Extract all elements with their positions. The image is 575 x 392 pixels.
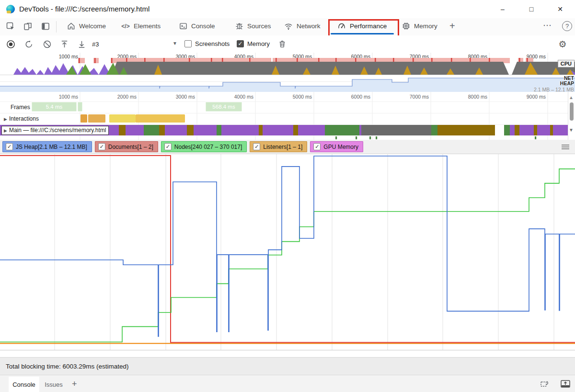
- checkbox-checked-icon[interactable]: ✓: [164, 143, 172, 150]
- trash-icon[interactable]: [276, 38, 288, 50]
- svg-text:5000 ms: 5000 ms: [293, 94, 312, 100]
- tab-elements[interactable]: </> Elements: [121, 18, 161, 34]
- save-profile-icon[interactable]: [58, 38, 70, 50]
- main-track-label[interactable]: ▶Main — file:///C:/screens/memory.html: [1, 126, 109, 135]
- checkbox-checked-icon[interactable]: ✓: [98, 143, 105, 150]
- drawer-tab-console[interactable]: Console: [9, 377, 39, 392]
- disclosure-triangle-icon: ▶: [4, 117, 7, 122]
- disclosure-triangle-icon: ▶: [4, 128, 7, 133]
- bottom-drawer: Console Issues +: [0, 375, 575, 392]
- checkbox-checked-icon[interactable]: ✓: [313, 143, 321, 150]
- overview-canvas: 1000 ms2000 ms3000 ms4000 ms5000 ms6000 …: [0, 53, 575, 92]
- tab-network[interactable]: Network: [284, 18, 321, 34]
- history-dropdown-arrow[interactable]: ▼: [172, 41, 177, 46]
- bug-icon: [234, 22, 244, 31]
- svg-text:5.4 ms: 5.4 ms: [46, 104, 63, 110]
- clear-icon[interactable]: [41, 38, 53, 50]
- counter-chip-js-heap[interactable]: ✓JS Heap[2.1 MB – 12.1 MB]: [2, 141, 92, 152]
- counter-chip-nodes[interactable]: ✓Nodes[240 027 – 370 017]: [161, 141, 247, 152]
- svg-text:568.4 ms: 568.4 ms: [212, 104, 235, 110]
- tab-memory[interactable]: Memory: [401, 18, 437, 34]
- tab-sources[interactable]: Sources: [234, 18, 271, 34]
- inspect-element-icon[interactable]: [6, 22, 15, 31]
- checkbox-checked-icon[interactable]: ✓: [6, 143, 13, 150]
- svg-text:6000 ms: 6000 ms: [351, 94, 370, 100]
- svg-text:4000 ms: 4000 ms: [234, 94, 253, 100]
- tab-welcome[interactable]: Welcome: [66, 18, 106, 34]
- dock-side-icon[interactable]: [41, 22, 50, 31]
- more-options-button[interactable]: ⋯: [543, 20, 552, 31]
- counter-chip-documents[interactable]: ✓Documents[1 – 2]: [95, 141, 158, 152]
- scroll-up-icon[interactable]: ▲: [569, 95, 574, 100]
- screenshots-checkbox[interactable]: [184, 40, 192, 47]
- counter-chip-gpu-memory[interactable]: ✓GPU Memory: [310, 141, 363, 152]
- cpu-overview-label: CPU: [558, 60, 575, 67]
- title-bar: DevTools - file:///C:/screens/memory.htm…: [0, 0, 575, 19]
- help-button[interactable]: ?: [562, 21, 572, 31]
- add-drawer-tab-button[interactable]: +: [72, 380, 77, 388]
- load-profile-icon[interactable]: [76, 38, 87, 50]
- device-emulation-icon[interactable]: [23, 22, 33, 31]
- screenshots-label: Screenshots: [195, 40, 230, 47]
- history-selector[interactable]: #3: [92, 41, 99, 48]
- chip-icon: [401, 22, 411, 31]
- memory-counter-legend: ✓JS Heap[2.1 MB – 12.1 MB] ✓Documents[1 …: [0, 140, 575, 154]
- memory-checkbox[interactable]: ✓: [237, 40, 244, 47]
- devtools-app-icon: [6, 5, 15, 13]
- network-icon: [284, 22, 293, 31]
- console-icon: [178, 22, 188, 31]
- code-icon: </>: [121, 22, 130, 31]
- performance-toolbar: #3 ▼ Screenshots ✓ Memory: [0, 35, 575, 53]
- home-icon: [66, 22, 76, 31]
- counter-chip-listeners[interactable]: ✓Listeners[1 – 1]: [250, 141, 307, 152]
- timeline-tracks[interactable]: 1000 ms2000 ms3000 ms4000 ms5000 ms6000 …: [0, 92, 575, 140]
- svg-text:9000 ms: 9000 ms: [527, 94, 546, 100]
- performance-tab-callout: [328, 19, 399, 37]
- more-tabs-button[interactable]: +: [449, 21, 455, 32]
- close-button[interactable]: ✕: [549, 0, 571, 18]
- total-blocking-time-text: Total blocking time: 6003.29ms (estimate…: [6, 363, 129, 370]
- record-icon[interactable]: [5, 38, 16, 50]
- tracks-scrollbar[interactable]: ▲ ▼: [568, 92, 575, 140]
- heap-overview-label: HEAP: [560, 80, 574, 86]
- timeline-overview[interactable]: 1000 ms2000 ms3000 ms4000 ms5000 ms6000 …: [0, 53, 575, 92]
- memory-label: Memory: [247, 40, 270, 47]
- tab-console[interactable]: Console: [178, 18, 215, 34]
- devtools-window: { "window": { "title": "DevTools - file:…: [0, 0, 575, 392]
- drawer-tab-issues[interactable]: Issues: [42, 377, 65, 392]
- expand-drawer-icon[interactable]: [560, 379, 571, 389]
- total-blocking-time-bar: Total blocking time: 6003.29ms (estimate…: [0, 357, 575, 375]
- devtools-tab-bar: Welcome </> Elements Console Sources Net…: [0, 18, 575, 36]
- interactions-track-label[interactable]: ▶Interactions: [2, 115, 41, 123]
- svg-text:2000 ms: 2000 ms: [117, 94, 137, 100]
- scroll-down-icon[interactable]: ▼: [569, 127, 574, 133]
- checkbox-checked-icon[interactable]: ✓: [253, 143, 260, 150]
- svg-text:1000 ms: 1000 ms: [59, 94, 78, 100]
- svg-text:3000 ms: 3000 ms: [176, 94, 195, 100]
- undock-drawer-icon[interactable]: [539, 379, 551, 389]
- memory-counters-chart[interactable]: [0, 154, 575, 350]
- reload-and-record-icon[interactable]: [23, 38, 34, 50]
- frames-track-label: Frames: [10, 103, 31, 111]
- minimize-button[interactable]: –: [492, 0, 514, 18]
- chart-canvas: [0, 154, 575, 350]
- hamburger-menu-icon[interactable]: [562, 144, 569, 150]
- scrollbar-thumb[interactable]: [570, 102, 574, 121]
- maximize-button[interactable]: □: [520, 0, 542, 18]
- tabbar-divider: [56, 21, 57, 33]
- svg-text:7000 ms: 7000 ms: [410, 94, 429, 100]
- svg-text:1000 ms: 1000 ms: [59, 54, 78, 59]
- svg-text:8000 ms: 8000 ms: [468, 94, 487, 100]
- settings-gear-icon[interactable]: ⚙: [557, 38, 568, 50]
- window-title: DevTools - file:///C:/screens/memory.htm…: [19, 5, 150, 13]
